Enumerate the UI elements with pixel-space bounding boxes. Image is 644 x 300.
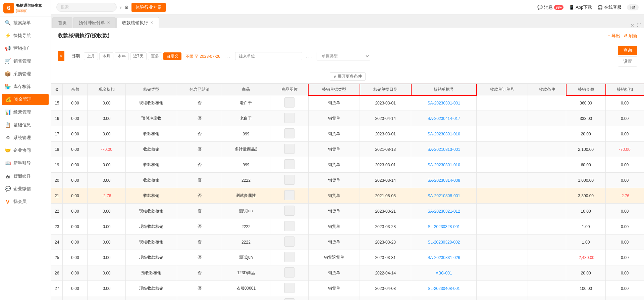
date-btn-7days[interactable]: 近7天 <box>130 52 147 60</box>
cell-verify-doc-no[interactable]: SA-20230301-001 <box>411 95 477 111</box>
tab-receipt-close[interactable]: ✕ <box>150 20 153 25</box>
cell-verify-doc-no[interactable]: SA-20210808-001 <box>411 188 477 204</box>
cell-verify-doc-no[interactable]: ABC-001 <box>411 265 477 281</box>
cell-product: 测试jun <box>222 204 270 219</box>
cell-cash-discount: 0.00 <box>88 126 126 142</box>
cell-verify-amount: 10.00 <box>566 204 606 219</box>
date-btn-custom[interactable]: 自定义 <box>163 52 181 60</box>
cell-verify-doc-no[interactable]: SL-20230328-002 <box>411 234 477 250</box>
table-wrapper[interactable]: ⚙ 余额 现金折扣 核销类型 包含已结清 商品 商品图片 核销单据类型 核销单据… <box>51 84 644 300</box>
filter-bar: » 日期 上月 本月 本年 近7天 更多 自定义 不限 至 2023-07-26… <box>51 42 644 70</box>
cell-no: 27 <box>51 281 63 296</box>
system-icon: ⚙ <box>5 135 11 141</box>
app-download-area[interactable]: 📱 App下载 <box>569 4 592 10</box>
close-all-icon[interactable]: ✕ <box>631 23 634 28</box>
cell-product: 999 <box>222 157 270 173</box>
message-area[interactable]: 💬 消息 99+ <box>537 4 564 10</box>
date-btn-this-year[interactable]: 本年 <box>115 52 129 60</box>
cell-product-image <box>270 219 309 234</box>
tab-prepay-close[interactable]: ✕ <box>107 20 110 25</box>
sidebar-item-search[interactable]: 🔍 搜索菜单 <box>0 16 51 29</box>
cell-verify-doc-date: 2023-03-01 <box>360 126 411 142</box>
cell-verify-doc-no[interactable]: SA-20230314-008 <box>411 173 477 188</box>
refresh-btn[interactable]: ↺ 刷新 <box>624 33 637 39</box>
cell-cash-discount: 0.00 <box>88 204 126 219</box>
cell-verify-doc-no[interactable]: SA-20230301-010 <box>411 126 477 142</box>
tab-prepay[interactable]: 预付冲应付单 ✕ <box>73 17 116 28</box>
cell-receipt-condition <box>528 204 566 219</box>
cell-verify-doc-type: 销货单 <box>308 219 360 234</box>
th-settings[interactable]: ⚙ <box>51 84 63 95</box>
tab-receipt[interactable]: 收款核销执行 ✕ <box>116 17 159 28</box>
cell-include-settled: 否 <box>177 234 222 250</box>
sidebar-item-guide[interactable]: 📖 新手引导 <box>0 157 51 170</box>
date-btn-last-month[interactable]: 上月 <box>84 52 98 60</box>
cell-cash-discount: 0.00 <box>88 250 126 265</box>
sidebar-item-system[interactable]: ⚙ 系统管理 <box>0 131 51 144</box>
sidebar-item-sales[interactable]: 🛒 销售管理 <box>0 55 51 68</box>
tab-home[interactable]: 首页 <box>52 17 72 28</box>
sidebar-item-basic-info[interactable]: 📋 基础信息 <box>0 119 51 131</box>
cell-cash-discount: 0.00 <box>88 173 126 188</box>
voucher-type-select[interactable]: 单据类型 <box>317 52 370 60</box>
cell-receipt-order-no <box>477 95 528 111</box>
product-image-thumbnail <box>284 159 294 169</box>
cell-verify-doc-date: 2023-03-01 <box>360 157 411 173</box>
cell-cash-discount: -70.00 <box>88 142 126 157</box>
cell-cash-discount: 0.00 <box>88 265 126 281</box>
cell-receipt-order-no <box>477 142 528 157</box>
refresh-icon: ↺ <box>624 33 627 38</box>
cell-verify-doc-date: 2021-08-13 <box>360 142 411 157</box>
cell-verify-doc-no[interactable]: SA-20210813-001 <box>411 142 477 157</box>
expand-filter-row: ∨ 展开更多条件 <box>51 70 644 84</box>
sidebar-item-smart-hw[interactable]: 🖨 智能硬件 <box>0 170 51 182</box>
cell-verify-doc-no[interactable]: SA-20230414-017 <box>411 111 477 126</box>
cell-verify-type: 收款核销 <box>126 188 177 204</box>
sidebar-item-quick-nav[interactable]: ⚡ 快捷导航 <box>0 29 51 42</box>
settings-btn[interactable]: 设置 <box>618 56 637 67</box>
sidebar-item-operations[interactable]: 📊 经营管理 <box>0 106 51 119</box>
th-cash-discount: 现金折扣 <box>88 84 126 95</box>
sidebar-item-finance[interactable]: 💰 资金管理 <box>2 94 49 105</box>
dropdown-icon[interactable]: ▾ <box>119 5 122 10</box>
cell-verify-doc-no[interactable]: SA-20230331-026 <box>411 250 477 265</box>
cell-verify-doc-no[interactable]: SA-20230321-012 <box>411 204 477 219</box>
online-service-area[interactable]: 🎧 在线客服 <box>597 4 622 10</box>
cell-verify-amount: 1.00 <box>566 219 606 234</box>
sidebar-item-inventory[interactable]: 🏪 库存核算 <box>0 80 51 93</box>
settings-gear-icon[interactable]: ⚙ <box>124 5 129 10</box>
customer-input[interactable] <box>235 52 302 60</box>
cell-verify-amount: 100.00 <box>566 281 606 296</box>
sidebar-item-purchase[interactable]: 📦 采购管理 <box>0 68 51 80</box>
cell-verify-amount: -2,430.00 <box>566 250 606 265</box>
sidebar-item-member[interactable]: V 畅会员 <box>0 195 51 208</box>
sidebar-item-wechat[interactable]: 💬 企业微信 <box>0 182 51 195</box>
cell-verify-discount: 0.00 <box>606 250 644 265</box>
cell-receipt-order-no <box>477 234 528 250</box>
cell-verify-type: 预收款核销 <box>126 265 177 281</box>
user-area[interactable]: Rit <box>627 4 639 10</box>
cell-verify-discount: 0.00 <box>606 219 644 234</box>
cell-verify-type: 收款核销 <box>126 126 177 142</box>
expand-conditions-btn[interactable]: ∨ 展开更多条件 <box>330 72 366 81</box>
filter-toggle-btn[interactable]: » <box>58 51 64 61</box>
cell-verify-doc-no[interactable]: SL-20230418-001 <box>411 296 477 300</box>
export-btn[interactable]: ↑ 导出 <box>608 33 621 39</box>
filter-dots2: ... <box>306 54 313 59</box>
sidebar-item-enterprise[interactable]: 🤝 企业协同 <box>0 144 51 157</box>
cell-verify-doc-no[interactable]: SL-20230328-001 <box>411 219 477 234</box>
cell-verify-doc-date: 2022-04-14 <box>360 265 411 281</box>
cell-verify-doc-no[interactable]: SL-20230408-001 <box>411 281 477 296</box>
solution-btn[interactable]: 体验行业方案 <box>131 3 166 12</box>
date-btn-more[interactable]: 更多 <box>148 52 162 60</box>
maximize-icon[interactable]: ⛶ <box>637 23 641 28</box>
cell-balance: 0.00 <box>63 204 88 219</box>
date-btn-this-month[interactable]: 本月 <box>99 52 113 60</box>
cell-verify-type: 现结收款核销 <box>126 219 177 234</box>
sidebar-item-marketing[interactable]: 📢 营销推广 <box>0 42 51 55</box>
product-image-thumbnail <box>284 190 294 200</box>
cell-verify-doc-no[interactable]: SA-20230301-010 <box>411 157 477 173</box>
cell-verify-amount: 100.00 <box>566 296 606 300</box>
query-btn[interactable]: 查询 <box>618 46 637 55</box>
cell-include-settled: 否 <box>177 281 222 296</box>
